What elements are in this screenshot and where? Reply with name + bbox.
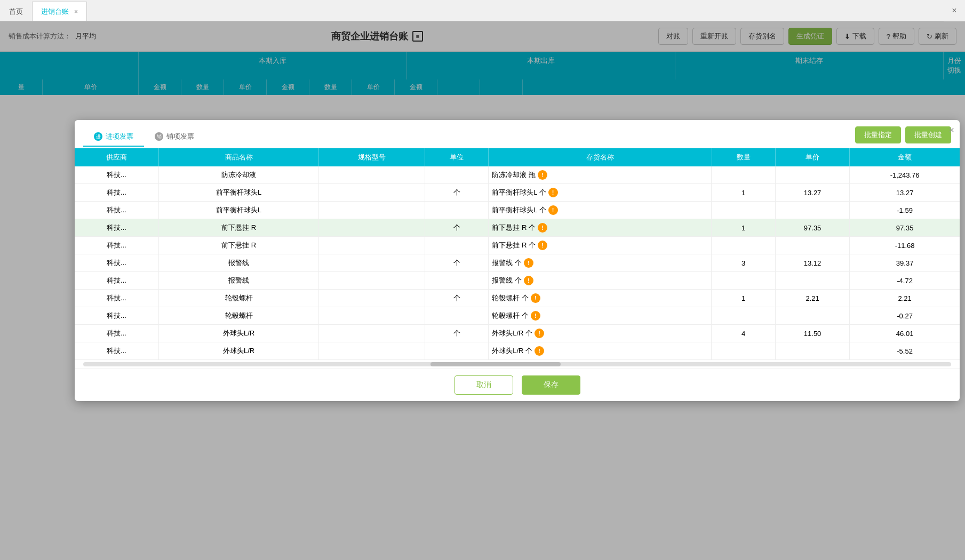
table-cell: 科技... [75,342,158,360]
dialog-table-container: 供应商 商品名称 规格型号 单位 存货名称 数量 单价 金额 科技...防冻冷却… [75,148,960,369]
tab-outgoing-invoice[interactable]: 销 销项发票 [144,127,205,147]
warning-icon: ! [524,258,533,268]
table-cell: -0.27 [850,307,960,325]
col-supplier: 供应商 [75,148,158,166]
table-cell: 46.01 [850,325,960,342]
incoming-invoice-label: 进项发票 [106,132,133,141]
table-cell: 11.50 [775,325,849,342]
table-cell [319,254,425,272]
tab-incoming-invoice[interactable]: 进 进项发票 [83,127,144,147]
table-cell: 科技... [75,272,158,290]
table-cell: 轮毂螺杆 [158,307,318,325]
table-cell [319,325,425,342]
dialog-close-button[interactable]: × [948,125,954,135]
col-amount: 金额 [850,148,960,166]
invoice-dialog: 进 进项发票 销 销项发票 批量指定 批量创建 × 供应商 商品名称 规格型号 [75,120,960,401]
incoming-invoice-icon: 进 [94,132,102,141]
table-cell: -11.68 [850,237,960,254]
table-cell [425,307,489,325]
table-cell: 科技... [75,184,158,202]
batch-assign-button[interactable]: 批量指定 [855,126,901,143]
table-cell [775,166,849,184]
table-cell [425,166,489,184]
table-cell: 1 [712,219,775,237]
table-cell [425,272,489,290]
table-cell [319,219,425,237]
inventory-name-cell: 防冻冷却液 瓶! [489,166,712,183]
table-cell: 97.35 [850,219,960,237]
inventory-name-cell: 前平衡杆球头L 个! [489,202,712,219]
table-cell [319,342,425,360]
cancel-button[interactable]: 取消 [454,375,513,395]
table-cell [775,307,849,325]
table-cell: 外球头L/R [158,325,318,342]
table-cell: 科技... [75,307,158,325]
table-cell [712,272,775,290]
table-row: 科技...防冻冷却液防冻冷却液 瓶!-1,243.76 [75,166,960,184]
horizontal-scrollbar[interactable] [83,362,951,366]
table-row: 科技...轮毂螺杆轮毂螺杆 个!-0.27 [75,307,960,325]
warning-icon: ! [524,276,533,285]
table-cell: 前平衡杆球头L [158,184,318,202]
tab-ledger-label: 进销台账 [41,7,69,17]
table-cell: 个 [425,184,489,202]
inventory-name-cell: 外球头L/R 个! [489,325,712,342]
table-cell: -1.59 [850,202,960,219]
table-cell: 科技... [75,166,158,184]
table-cell [425,202,489,219]
inventory-name-cell: 前下悬挂 R 个! [489,219,712,236]
table-row: 科技...报警线报警线 个!-4.72 [75,272,960,290]
batch-create-button[interactable]: 批量创建 [905,126,951,143]
warning-icon: ! [538,170,547,180]
tab-ledger[interactable]: 进销台账 × [32,2,87,21]
warning-icon: ! [548,188,558,197]
table-cell: 1 [712,184,775,202]
tab-ledger-close[interactable]: × [74,8,78,15]
table-row: 科技...报警线个报警线 个!313.1239.37 [75,254,960,272]
table-cell: 前下悬挂 R [158,219,318,237]
scrollbar-thumb [430,362,561,366]
inventory-name-cell: 前下悬挂 R 个! [489,237,712,254]
table-cell: 科技... [75,237,158,254]
table-cell: 13.27 [850,184,960,202]
table-cell: 科技... [75,254,158,272]
table-cell: 前平衡杆球头L [158,202,318,219]
table-row: 科技...外球头L/R个外球头L/R 个!411.5046.01 [75,325,960,342]
table-cell: 防冻冷却液 [158,166,318,184]
inventory-name-cell: 报警线 个! [489,272,712,289]
table-cell [712,202,775,219]
warning-icon: ! [538,241,547,250]
warning-icon: ! [548,205,558,215]
table-cell: 2.21 [850,290,960,307]
window-close-button[interactable]: × [944,0,965,21]
table-cell [775,272,849,290]
table-cell [712,307,775,325]
main-content: 销售成本计算方法： 月平均 商贸企业进销台账 ≡ 对账 重新开账 存货别名 生成… [0,21,965,560]
table-cell [712,166,775,184]
tab-home-label: 首页 [9,7,23,17]
table-cell: 科技... [75,325,158,342]
table-cell [775,342,849,360]
table-cell: 个 [425,325,489,342]
table-cell [319,272,425,290]
table-cell: 97.35 [775,219,849,237]
table-cell: 科技... [75,202,158,219]
table-cell [319,290,425,307]
table-cell: 3 [712,254,775,272]
table-row: 科技...外球头L/R外球头L/R 个!-5.52 [75,342,960,360]
table-cell [319,166,425,184]
table-cell: 科技... [75,290,158,307]
table-cell [319,202,425,219]
col-spec: 规格型号 [319,148,425,166]
table-cell: 报警线 [158,272,318,290]
table-cell: 报警线 [158,254,318,272]
outgoing-invoice-icon: 销 [155,132,163,141]
table-cell: 13.27 [775,184,849,202]
save-button[interactable]: 保存 [522,375,580,395]
table-cell [775,237,849,254]
tab-home[interactable]: 首页 [0,2,32,21]
warning-icon: ! [531,311,540,321]
table-row: 科技...前下悬挂 R前下悬挂 R 个!-11.68 [75,237,960,254]
table-cell: -4.72 [850,272,960,290]
table-cell: 1 [712,290,775,307]
